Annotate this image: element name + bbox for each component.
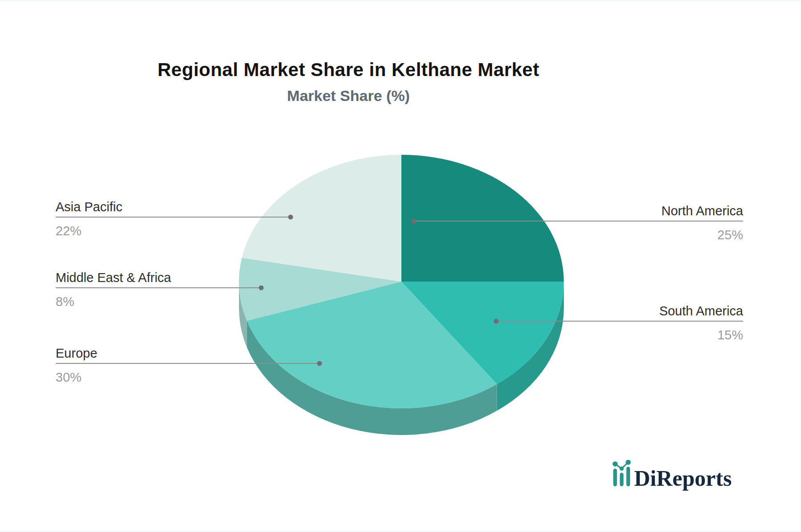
connector-dot-south-america [494,319,499,324]
slice-label: Asia Pacific [56,200,122,214]
slice-value: 25% [717,228,743,242]
connector-dot-europe [317,361,322,366]
pie-slice-north-america[interactable] [401,155,564,282]
connector-dot-middle-east-africa [259,286,264,290]
slice-value: 30% [56,370,81,384]
slice-value: 15% [717,328,743,342]
slice-value: 22% [56,224,81,238]
slice-label: North America [661,204,744,218]
brand-name: DiReports [634,468,732,488]
direports-logo: DiReports [612,460,732,488]
slice-label: Middle East & Africa [56,270,171,285]
slice-value: 8% [56,294,74,309]
bar-line-chart-icon [612,460,631,488]
slice-label: Europe [56,346,97,360]
pie-chart: North America25%South America15%Europe30… [0,0,801,532]
page: Regional Market Share in Kelthane Market… [0,0,801,532]
connector-dot-asia-pacific [288,215,293,220]
connector-dot-north-america [412,219,417,224]
slice-label: South America [659,304,743,318]
